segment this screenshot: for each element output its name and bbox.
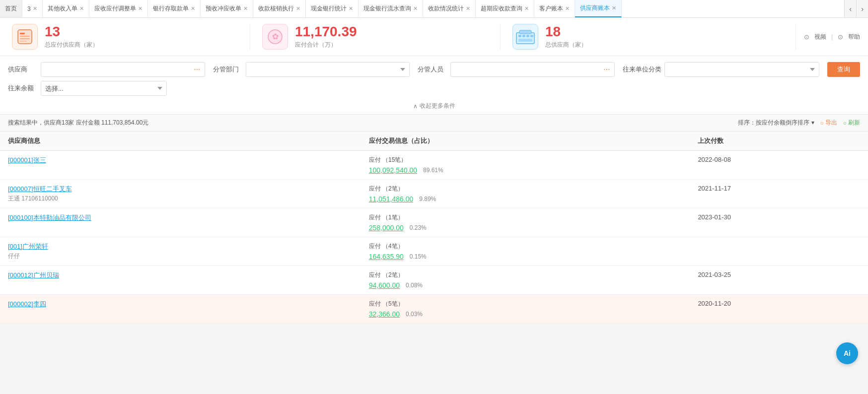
stat-block-total-suppliers: 18 总供应商（家） xyxy=(501,24,796,50)
last-payment-date: 2023-01-30 xyxy=(698,213,731,221)
table-cell-last-date: 2021-03-25 xyxy=(690,266,868,295)
person-label: 分管人员 xyxy=(418,65,447,74)
tx-label-line: 应付 （2笔） xyxy=(369,271,682,279)
chevron-up-icon: ∧ xyxy=(413,103,418,110)
video-link[interactable]: 视频 xyxy=(814,33,826,41)
close-tab-other-income[interactable]: ✕ xyxy=(79,5,84,12)
close-tab-payment-verify[interactable]: ✕ xyxy=(296,5,300,12)
supplier-link[interactable]: [000012]广州贝瑞 xyxy=(8,271,59,279)
stat-label-suppliers-payable: 总应付供应商（家） xyxy=(45,41,98,49)
tx-amount-link[interactable]: 258,000.00 xyxy=(369,224,404,232)
stat-text-total-suppliers: 18 总供应商（家） xyxy=(545,25,587,49)
table-cell-tx-info: 应付 （2笔）94,600.000.08% xyxy=(361,266,690,295)
supplier-link[interactable]: [000002]李四 xyxy=(8,300,46,308)
tx-count: （4笔） xyxy=(381,243,404,250)
export-button[interactable]: ○ 导出 xyxy=(820,119,837,127)
close-tab-cash-bank-flow[interactable]: ✕ xyxy=(413,5,418,12)
balance-label: 往来余额 xyxy=(8,84,38,93)
close-tab-ar-ap-adjust[interactable]: ✕ xyxy=(138,5,143,12)
table-cell-tx-info: 应付 （5笔）32,366.000.03% xyxy=(361,295,690,324)
close-tab-3[interactable]: ✕ xyxy=(33,5,37,12)
help-link[interactable]: 帮助 xyxy=(848,33,860,41)
svg-rect-7 xyxy=(516,33,534,44)
refresh-button[interactable]: ○ 刷新 xyxy=(843,119,860,127)
search-button[interactable]: 查询 xyxy=(827,62,860,77)
nav-tab-bank-deposit[interactable]: 银行存取款单 ✕ xyxy=(148,0,201,17)
table-row: [000100]本特勒油品有限公司应付 （1笔）258,000.000.23%2… xyxy=(0,208,868,237)
dept-label: 分管部门 xyxy=(213,65,243,74)
stat-number-suppliers-payable: 13 xyxy=(45,25,98,39)
supplier-input-wrapper[interactable]: ··· xyxy=(41,62,205,77)
supplier-label: 供应商 xyxy=(8,65,38,74)
close-tab-customer-ledger[interactable]: ✕ xyxy=(565,5,570,12)
stat-label-total-suppliers: 总供应商（家） xyxy=(545,41,587,49)
table-cell-supplier-info: [000100]本特勒油品有限公司 xyxy=(0,208,361,237)
nav-tab-ar-ap-adjust[interactable]: 应收应付调整单 ✕ xyxy=(89,0,148,17)
nav-tab-cash-bank-flow-label: 现金银行流水查询 xyxy=(363,4,411,13)
svg-rect-9 xyxy=(522,35,525,37)
tx-label: 应付 xyxy=(369,214,381,221)
nav-tab-supplier-ledger[interactable]: 供应商账本 ✕ xyxy=(575,0,622,17)
nav-tab-cash-bank-stat[interactable]: 现金银行统计 ✕ xyxy=(306,0,359,17)
tx-amount-link[interactable]: 94,600.00 xyxy=(369,281,400,289)
supplier-link[interactable]: [000001]张三 xyxy=(8,156,46,164)
nav-tab-customer-ledger[interactable]: 客户账本 ✕ xyxy=(534,0,575,17)
tx-percent: 89.61% xyxy=(423,167,443,174)
table-cell-tx-info: 应付 （1笔）258,000.000.23% xyxy=(361,208,690,237)
nav-tab-payment-verify-label: 收款核销执行 xyxy=(258,4,294,13)
nav-tab-payment-verify[interactable]: 收款核销执行 ✕ xyxy=(253,0,306,17)
tx-amount-link[interactable]: 100,092,540.00 xyxy=(369,166,417,174)
table-cell-supplier-info: [000001]张三 xyxy=(0,151,361,180)
tx-percent: 0.15% xyxy=(410,253,427,260)
close-tab-cash-bank-stat[interactable]: ✕ xyxy=(349,5,353,12)
tx-count: （15笔） xyxy=(381,156,407,163)
svg-rect-11 xyxy=(530,35,533,37)
tx-amount-link[interactable]: 164,635.90 xyxy=(369,253,404,261)
dept-select[interactable] xyxy=(246,62,410,77)
balance-select[interactable]: 选择... xyxy=(41,81,167,96)
table-cell-tx-info: 应付 （15笔）100,092,540.0089.61% xyxy=(361,151,690,180)
collapse-button[interactable]: ∧ 收起更多条件 xyxy=(8,100,860,110)
svg-text:✿: ✿ xyxy=(272,32,278,41)
filter-item-person: 分管人员 ··· xyxy=(418,62,615,77)
tx-percent: 0.08% xyxy=(406,282,423,289)
nav-tab-cash-bank-flow[interactable]: 现金银行流水查询 ✕ xyxy=(359,0,423,17)
supplier-link[interactable]: [000100]本特勒油品有限公司 xyxy=(8,214,91,221)
supplier-dots-icon[interactable]: ··· xyxy=(194,65,200,74)
nav-tab-home[interactable]: 首页 xyxy=(0,0,22,17)
supplier-table: 供应商信息 应付交易信息（占比） 上次付数 [000001]张三应付 （15笔）… xyxy=(0,131,868,324)
nav-arrow-left[interactable]: ‹ xyxy=(844,0,856,18)
filter-row-1: 供应商 ··· 分管部门 分管人员 ··· 往来单位分类 查询 xyxy=(8,62,860,77)
tx-amount-link[interactable]: 32,366.00 xyxy=(369,310,400,318)
close-tab-supplier-ledger[interactable]: ✕ xyxy=(612,5,616,11)
col-header-tx-info: 应付交易信息（占比） xyxy=(361,131,690,151)
nav-tab-prepay-offset[interactable]: 预收冲应收单 ✕ xyxy=(201,0,253,17)
category-label: 往来单位分类 xyxy=(623,65,661,74)
supplier-link[interactable]: [001]广州荣轩 xyxy=(8,243,48,250)
link-separator: | xyxy=(831,33,833,40)
tx-percent: 0.23% xyxy=(410,224,427,231)
tx-label: 应付 xyxy=(369,271,381,278)
nav-tab-3[interactable]: 3 ✕ xyxy=(22,0,43,17)
stat-icon-suppliers-payable xyxy=(12,24,38,50)
nav-tab-receipt-stat[interactable]: 收款情况统计 ✕ xyxy=(423,0,476,17)
nav-tab-overdue-ar[interactable]: 超期应收款查询 ✕ xyxy=(476,0,534,17)
stat-icon-total-suppliers xyxy=(512,24,538,50)
category-select[interactable] xyxy=(664,62,820,77)
stat-block-suppliers-payable: 13 总应付供应商（家） xyxy=(8,24,250,50)
table-cell-supplier-info: [000007]恒旺二手叉车王通 17106110000 xyxy=(0,180,361,208)
tx-amount-link[interactable]: 11,051,486.00 xyxy=(369,195,414,203)
sort-button[interactable]: 排序：按应付余额倒序排序 ▾ xyxy=(738,119,814,127)
close-tab-bank-deposit[interactable]: ✕ xyxy=(191,5,195,12)
results-bar: 搜索结果中，供应商13家 应付金额 111,703,854.00元 排序：按应付… xyxy=(0,115,868,131)
person-input-wrapper[interactable]: ··· xyxy=(450,62,615,77)
results-actions: 排序：按应付余额倒序排序 ▾ ○ 导出 ○ 刷新 xyxy=(738,119,860,127)
close-tab-receipt-stat[interactable]: ✕ xyxy=(466,5,470,12)
person-dots-icon[interactable]: ··· xyxy=(603,65,610,74)
nav-arrow-right[interactable]: › xyxy=(856,0,868,18)
nav-tab-other-income[interactable]: 其他收入单 ✕ xyxy=(43,0,89,17)
supplier-link[interactable]: [000007]恒旺二手叉车 xyxy=(8,185,72,193)
close-tab-prepay-offset[interactable]: ✕ xyxy=(243,5,248,12)
close-tab-overdue-ar[interactable]: ✕ xyxy=(524,5,529,12)
stat-number-payable-total: 11,170.39 xyxy=(295,25,357,39)
